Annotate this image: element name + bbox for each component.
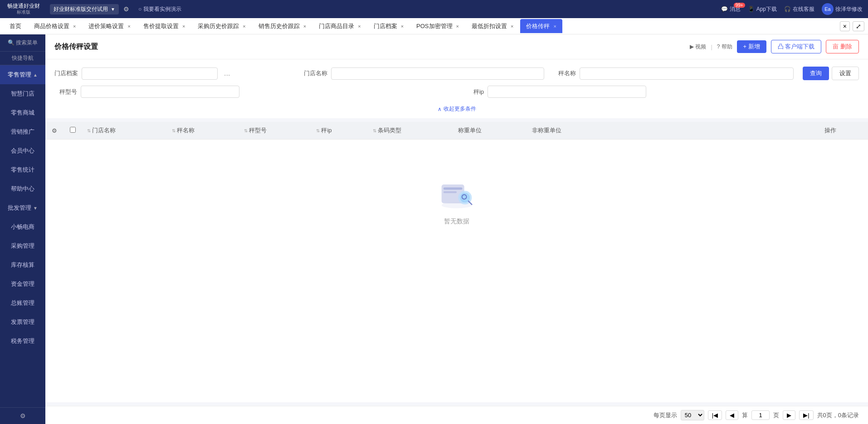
tab-price-scale[interactable]: 价格传秤 × — [520, 19, 562, 33]
sidebar-search[interactable]: 🔍 搜索菜单 — [0, 34, 45, 52]
sidebar-item-batch-manage[interactable]: 批发管理 ▼ — [0, 198, 45, 217]
empty-icon — [434, 176, 479, 212]
close-icon[interactable]: × — [73, 24, 76, 29]
collapse-button[interactable]: ∧ 收起更多条件 — [54, 103, 859, 115]
page-title: 价格传秤设置 — [54, 42, 98, 52]
per-page-select[interactable]: 10 20 50 100 — [681, 410, 704, 420]
tab-pos-manage-label: POS加密管理 — [416, 22, 452, 30]
sidebar-item-retail-manage[interactable]: 零售管理 ▲ — [0, 65, 45, 84]
svg-rect-2 — [444, 188, 463, 190]
sidebar-item-purchase-manage-label: 采购管理 — [11, 242, 34, 250]
question-icon: ? — [717, 43, 720, 50]
store-name-input[interactable] — [331, 67, 544, 80]
prev-page-button[interactable]: ◀ — [726, 410, 738, 420]
download-icon: 📱 — [748, 6, 755, 12]
online-service-button[interactable]: 🎧 在线客服 — [784, 5, 814, 13]
sidebar-settings-button[interactable]: ⚙ — [0, 407, 45, 424]
scale-ip-input[interactable] — [488, 86, 646, 98]
th-scale-ip[interactable]: ⇅秤ip — [311, 122, 367, 140]
sidebar-item-smart-store[interactable]: 智慧门店 — [0, 84, 45, 103]
page-input[interactable] — [751, 410, 770, 420]
close-icon[interactable]: × — [401, 24, 404, 29]
sidebar-item-finance[interactable]: 资金管理 — [0, 275, 45, 294]
tab-store-archive[interactable]: 门店档案 × — [368, 19, 410, 33]
video-button[interactable]: ▶ 视频 — [690, 43, 706, 51]
sort-icon: ⇅ — [87, 128, 91, 133]
next-page-button[interactable]: ▶ — [783, 410, 795, 420]
tab-purchase-history[interactable]: 采购历史价跟踪 × — [192, 19, 251, 33]
select-all-checkbox[interactable] — [70, 127, 76, 133]
app-download-button[interactable]: 📱 App下载 — [748, 5, 777, 13]
th-barcode-type[interactable]: ⇅条码类型 — [367, 122, 452, 140]
add-button[interactable]: + 新增 — [737, 40, 766, 53]
sidebar-item-member-center[interactable]: 会员中心 — [0, 141, 45, 160]
sidebar-item-marketing[interactable]: 营销推广 — [0, 122, 45, 141]
sidebar-item-general-ledger[interactable]: 总账管理 — [0, 294, 45, 313]
tab-purchase-history-label: 采购历史价跟踪 — [198, 22, 239, 30]
sidebar-item-xiaochang-ec[interactable]: 小畅电商 — [0, 217, 45, 236]
tab-price-setting[interactable]: 商品价格设置 × — [28, 19, 82, 33]
sidebar-item-retail-stats[interactable]: 零售统计 — [0, 160, 45, 179]
sidebar-item-inventory[interactable]: 库存核算 — [0, 255, 45, 275]
th-store-name[interactable]: ⇅门店名称 — [82, 122, 166, 140]
data-table: ⚙ ⇅门店名称 ⇅秤名称 ⇅秤型号 ⇅秤ip ⇅条码类型 称重单位 非称重单位 … — [45, 122, 868, 140]
separator: | — [711, 43, 712, 50]
store-archive-input[interactable] — [82, 67, 218, 80]
sidebar-item-retail-mall[interactable]: 零售商城 — [0, 103, 45, 122]
th-checkbox[interactable] — [63, 122, 82, 140]
th-barcode-type-label: 条码类型 — [378, 127, 401, 134]
help-label: 帮助 — [722, 43, 732, 51]
tab-purchase-strategy[interactable]: 进价策略设置 × — [83, 19, 136, 33]
tab-sale-price[interactable]: 售价提取设置 × — [137, 19, 191, 33]
sidebar-quick-nav[interactable]: 快捷导航 — [0, 52, 45, 65]
close-icon[interactable]: × — [553, 24, 556, 29]
tab-sale-history[interactable]: 销售历史价跟踪 × — [253, 19, 312, 33]
set-button[interactable]: 设置 — [832, 67, 859, 80]
first-page-button[interactable]: |◀ — [708, 410, 722, 420]
demo-button[interactable]: ○ 我要看实例演示 — [138, 5, 181, 13]
th-gear[interactable]: ⚙ — [45, 122, 63, 140]
close-icon[interactable]: × — [127, 24, 130, 29]
more-icon[interactable]: ... — [221, 69, 233, 77]
sidebar-item-batch-manage-label: 批发管理 — [8, 204, 31, 212]
close-icon[interactable]: × — [303, 24, 306, 29]
close-icon[interactable]: × — [511, 24, 513, 29]
th-operation: 操作 — [819, 122, 868, 140]
tab-expand-button[interactable]: ⤢ — [853, 21, 864, 31]
close-icon[interactable]: × — [243, 24, 245, 29]
query-button[interactable]: 查询 — [803, 67, 829, 80]
tab-close-button[interactable]: × — [840, 21, 850, 31]
scale-model-input[interactable] — [81, 86, 239, 98]
sidebar-item-purchase-manage[interactable]: 采购管理 — [0, 236, 45, 255]
sort-icon: ⇅ — [172, 128, 176, 133]
scale-name-input[interactable] — [580, 67, 794, 80]
tab-home[interactable]: 首页 — [4, 19, 27, 33]
th-non-weight-unit-label: 非称重单位 — [532, 127, 561, 134]
delete-button[interactable]: 亩 删除 — [826, 40, 859, 53]
tab-store-catalog[interactable]: 门店商品目录 × — [313, 19, 366, 33]
tab-pos-manage[interactable]: POS加密管理 × — [410, 19, 465, 33]
message-button[interactable]: 💬 消息 99+ — [721, 5, 741, 13]
chevron-down-icon: ▼ — [33, 206, 38, 211]
sidebar-item-invoice[interactable]: 发票管理 — [0, 313, 45, 332]
help-button[interactable]: ? 帮助 — [717, 43, 732, 51]
sort-icon: ⇅ — [373, 128, 376, 133]
tab-bar: 首页 商品价格设置 × 进价策略设置 × 售价提取设置 × 采购历史价跟踪 × … — [0, 18, 868, 34]
download-button[interactable]: 凸 客户端下载 — [771, 40, 822, 53]
th-scale-name[interactable]: ⇅秤名称 — [166, 122, 239, 140]
version-selector[interactable]: 好业财标准版交付试用 ▼ — [50, 4, 119, 14]
page-header: 价格传秤设置 ▶ 视频 | ? 帮助 + 新增 凸 客户端下载 亩 — [45, 34, 868, 59]
close-icon[interactable]: × — [182, 24, 185, 29]
close-icon[interactable]: × — [358, 24, 361, 29]
settings-icon[interactable]: ⚙ — [123, 5, 129, 13]
tab-sale-price-label: 售价提取设置 — [143, 22, 179, 30]
sidebar-item-help-center[interactable]: 帮助中心 — [0, 179, 45, 198]
user-menu[interactable]: Ea 徐泽华修改 — [822, 3, 863, 15]
total-info: 共0页，0条记录 — [817, 411, 859, 419]
sidebar-item-tax[interactable]: 税务管理 — [0, 332, 45, 351]
th-scale-model[interactable]: ⇅秤型号 — [239, 122, 311, 140]
last-page-button[interactable]: ▶| — [799, 410, 813, 420]
tab-min-discount[interactable]: 最低折扣设置 × — [466, 19, 519, 33]
sidebar-item-xiaochang-ec-label: 小畅电商 — [11, 223, 34, 231]
close-icon[interactable]: × — [456, 24, 459, 29]
